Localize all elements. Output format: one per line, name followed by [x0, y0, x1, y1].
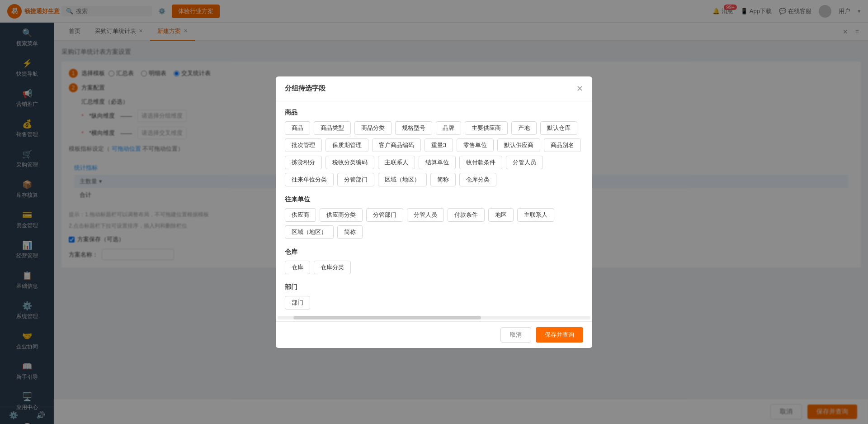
field-tag-0-3[interactable]: 规格型号: [395, 121, 432, 135]
field-tag-2-0[interactable]: 仓库: [285, 261, 310, 274]
field-tag-0-24[interactable]: 简称: [430, 173, 456, 186]
modal: 分组待选字段 ✕ 商品商品商品类型商品分类规格型号品牌主要供应商产地默认仓库批次…: [276, 76, 592, 275]
field-tag-0-19[interactable]: 收付款条件: [459, 156, 502, 169]
modal-section-2: 仓库仓库仓库分类: [285, 248, 583, 274]
modal-section-tags-0: 商品商品类型商品分类规格型号品牌主要供应商产地默认仓库批次管理保质期管理客户商品…: [285, 121, 583, 186]
field-tag-0-21[interactable]: 往来单位分类: [285, 173, 334, 186]
field-tag-1-6[interactable]: 主联系人: [517, 208, 554, 222]
modal-section-1: 往来单位供应商供应商分类分管部门分管人员付款条件地区主联系人区域（地区）简称: [285, 195, 583, 239]
field-tag-0-2[interactable]: 商品分类: [354, 121, 392, 135]
field-tag-0-13[interactable]: 默认供应商: [497, 138, 540, 152]
field-tag-0-22[interactable]: 分管部门: [337, 173, 374, 186]
modal-section-title-0: 商品: [285, 109, 583, 117]
field-tag-0-16[interactable]: 税收分类编码: [326, 156, 374, 169]
field-tag-0-11[interactable]: 重量3: [425, 138, 453, 152]
field-tag-0-8[interactable]: 批次管理: [285, 138, 322, 152]
field-tag-1-3[interactable]: 分管人员: [407, 208, 444, 222]
field-tag-2-1[interactable]: 仓库分类: [314, 261, 351, 274]
modal-overlay: 分组待选字段 ✕ 商品商品商品类型商品分类规格型号品牌主要供应商产地默认仓库批次…: [0, 0, 868, 275]
field-tag-0-15[interactable]: 拣货积分: [285, 156, 322, 169]
field-tag-1-8[interactable]: 简称: [337, 225, 363, 239]
field-tag-0-20[interactable]: 分管人员: [506, 156, 543, 169]
modal-section-title-2: 仓库: [285, 248, 583, 256]
field-tag-0-14[interactable]: 商品别名: [544, 138, 581, 152]
field-tag-1-4[interactable]: 付款条件: [448, 208, 485, 222]
modal-section-0: 商品商品商品类型商品分类规格型号品牌主要供应商产地默认仓库批次管理保质期管理客户…: [285, 109, 583, 186]
modal-body: 商品商品商品类型商品分类规格型号品牌主要供应商产地默认仓库批次管理保质期管理客户…: [276, 101, 592, 275]
field-tag-0-12[interactable]: 零售单位: [457, 138, 494, 152]
field-tag-0-4[interactable]: 品牌: [436, 121, 461, 135]
modal-section-title-1: 往来单位: [285, 195, 583, 204]
field-tag-0-7[interactable]: 默认仓库: [540, 121, 577, 135]
field-tag-0-17[interactable]: 主联系人: [378, 156, 415, 169]
field-tag-1-7[interactable]: 区域（地区）: [285, 225, 334, 239]
modal-section-tags-1: 供应商供应商分类分管部门分管人员付款条件地区主联系人区域（地区）简称: [285, 208, 583, 239]
field-tag-0-5[interactable]: 主要供应商: [465, 121, 508, 135]
modal-header: 分组待选字段 ✕: [276, 76, 592, 101]
field-tag-0-18[interactable]: 结算单位: [419, 156, 456, 169]
field-tag-1-0[interactable]: 供应商: [285, 208, 316, 222]
field-tag-1-2[interactable]: 分管部门: [366, 208, 403, 222]
field-tag-0-23[interactable]: 区域（地区）: [378, 173, 427, 186]
field-tag-1-5[interactable]: 地区: [488, 208, 514, 222]
field-tag-0-0[interactable]: 商品: [285, 121, 310, 135]
field-tag-0-25[interactable]: 仓库分类: [459, 173, 496, 186]
field-tag-0-9[interactable]: 保质期管理: [326, 138, 368, 152]
modal-close-icon[interactable]: ✕: [576, 84, 583, 94]
field-tag-0-6[interactable]: 产地: [511, 121, 537, 135]
field-tag-0-1[interactable]: 商品类型: [314, 121, 351, 135]
field-tag-0-10[interactable]: 客户商品编码: [372, 138, 421, 152]
field-tag-1-1[interactable]: 供应商分类: [320, 208, 363, 222]
modal-section-tags-2: 仓库仓库分类: [285, 261, 583, 274]
modal-title: 分组待选字段: [285, 84, 326, 93]
